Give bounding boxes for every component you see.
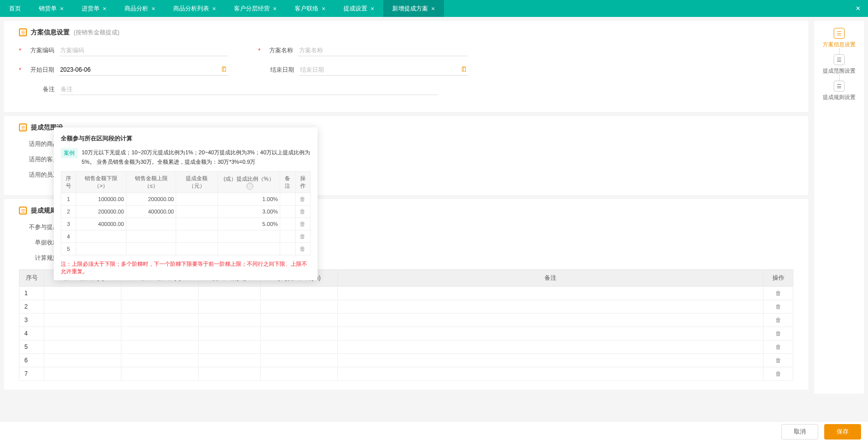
col-header: 序号 [61,172,76,193]
delete-icon[interactable]: 🗑 [775,290,781,297]
rule-label: 不参与提成 [19,223,59,231]
section-subtitle: (按销售金额提成) [74,28,119,37]
delete-icon[interactable]: 🗑 [775,330,781,337]
section-icon: ☰ [19,28,27,36]
tab-首页[interactable]: 首页 [0,0,30,17]
delete-icon[interactable]: 🗑 [300,245,306,252]
scope-label: 适用的商品 [19,140,59,148]
label-plan-code: 方案编码 [23,46,54,55]
table-row: 2200000.00400000.003.00%🗑 [61,206,311,218]
delete-icon[interactable]: 🗑 [775,357,781,364]
delete-icon[interactable]: 🗑 [775,343,781,350]
tab-close-icon[interactable]: ✕ [273,6,277,11]
col-header: 操作 [763,270,793,287]
table-row[interactable]: 4🗑 [19,327,793,340]
example-tag: 案例 [61,148,78,158]
popover-note: 注：上限必须大于下限；多个阶梯时，下一个阶梯下限要等于前一阶梯上限；不同行之间下… [61,260,311,275]
delete-icon[interactable]: 🗑 [300,221,306,227]
col-header: 备注 [280,172,295,193]
panel-plan-info: ☰ 方案信息设置 (按销售金额提成) * 方案编码 * 方案名称 * [4,21,808,112]
tab-close-icon[interactable]: ✕ [431,6,435,11]
col-header: (或）提成比例（%） ⓘ [217,172,280,193]
step-icon: ☰ [834,28,845,39]
col-header: 序号 [19,270,44,287]
example-text: 10万元以下无提成；10~20万元提成比例为1%；20~40万提成比例为3%；4… [82,148,311,166]
tab-close-icon[interactable]: ✕ [370,6,374,11]
tab-提成设置[interactable]: 提成设置✕ [334,0,383,17]
tab-进货单[interactable]: 进货单✕ [73,0,115,17]
tab-销货单[interactable]: 销货单✕ [30,0,73,17]
help-icon[interactable]: ⓘ [246,183,253,190]
table-row: 3400000.005.00%🗑 [61,218,311,230]
table-row[interactable]: 1🗑 [19,287,793,300]
delete-icon[interactable]: 🗑 [775,370,781,377]
rule-table: 序号销售金额下限(>)销售金额上限(≤)提成金额(元)(或)提成比例(%)备注操… [19,269,793,381]
required-mark: * [258,47,261,54]
label-end-date: 结束日期 [263,66,294,74]
section-title: 方案信息设置 [31,28,70,37]
tab-close-icon[interactable]: ✕ [60,6,64,11]
table-row: 5🗑 [61,243,311,255]
tab-客户分层经营[interactable]: 客户分层经营✕ [225,0,286,17]
side-step[interactable]: ☰提成规则设置 [823,81,856,101]
tab-close-icon[interactable]: ✕ [151,6,155,11]
label-calc-rule: 计算规则 [19,254,59,262]
delete-icon[interactable]: 🗑 [775,303,781,310]
rule-label: 单据收款 [19,238,59,247]
step-icon: ☰ [834,81,845,92]
delete-icon[interactable]: 🗑 [300,208,306,215]
col-header: 销售金额上限（≤） [126,172,176,193]
scope-label: 适用的员工 [19,171,59,179]
close-all-icon[interactable]: ✕ [848,0,868,17]
col-header: 销售金额下限（>） [76,172,126,193]
col-header: 操作 [295,172,310,193]
side-step[interactable]: ☰方案信息设置 [823,28,856,48]
label-start-date: 开始日期 [23,66,54,74]
example-table: 序号销售金额下限（>）销售金额上限（≤）提成金额（元）(或）提成比例（%） ⓘ备… [61,171,311,255]
section-icon: ☰ [19,123,27,131]
table-row[interactable]: 2🗑 [19,300,793,314]
calendar-icon[interactable]: 🗓 [460,65,467,73]
label-plan-name: 方案名称 [262,46,293,55]
delete-icon[interactable]: 🗑 [300,233,306,240]
input-plan-name[interactable] [298,45,467,56]
tab-新增提成方案[interactable]: 新增提成方案✕ [383,0,444,17]
input-start-date[interactable] [59,64,228,76]
input-plan-code[interactable] [59,45,228,56]
tab-商品分析列表[interactable]: 商品分析列表✕ [164,0,225,17]
section-icon: ☰ [19,207,27,215]
top-tab-bar: 首页销货单✕进货单✕商品分析✕商品分析列表✕客户分层经营✕客户联络✕提成设置✕新… [0,0,868,17]
input-end-date[interactable] [299,64,468,76]
table-row[interactable]: 6🗑 [19,354,793,367]
side-step-nav: ☰方案信息设置☰提成范围设置☰提成规则设置 [814,21,864,394]
tab-close-icon[interactable]: ✕ [212,6,216,11]
required-mark: * [19,67,21,74]
popover-title: 全额参与所在区间段的计算 [61,134,311,143]
table-row[interactable]: 7🗑 [19,367,793,381]
tab-商品分析[interactable]: 商品分析✕ [115,0,164,17]
table-row[interactable]: 5🗑 [19,340,793,354]
delete-icon[interactable]: 🗑 [300,196,306,203]
col-header: 备注 [337,270,763,287]
input-remark[interactable] [60,84,438,95]
tab-close-icon[interactable]: ✕ [103,6,107,11]
table-row: 1100000.00200000.001.00%🗑 [61,193,311,206]
required-mark: * [19,47,21,54]
table-row: 4🗑 [61,230,311,243]
tab-客户联络[interactable]: 客户联络✕ [286,0,334,17]
step-icon: ☰ [834,54,845,65]
side-step[interactable]: ☰提成范围设置 [823,54,856,75]
delete-icon[interactable]: 🗑 [775,317,781,324]
col-header: 提成金额（元） [176,172,217,193]
tab-close-icon[interactable]: ✕ [322,6,326,11]
table-row[interactable]: 3🗑 [19,314,793,327]
scope-label: 适用的客户 [19,155,59,164]
label-remark: 备注 [24,85,55,94]
example-popover: 全额参与所在区间段的计算 案例 10万元以下无提成；10~20万元提成比例为1%… [54,127,318,280]
calendar-icon[interactable]: 🗓 [220,65,227,73]
